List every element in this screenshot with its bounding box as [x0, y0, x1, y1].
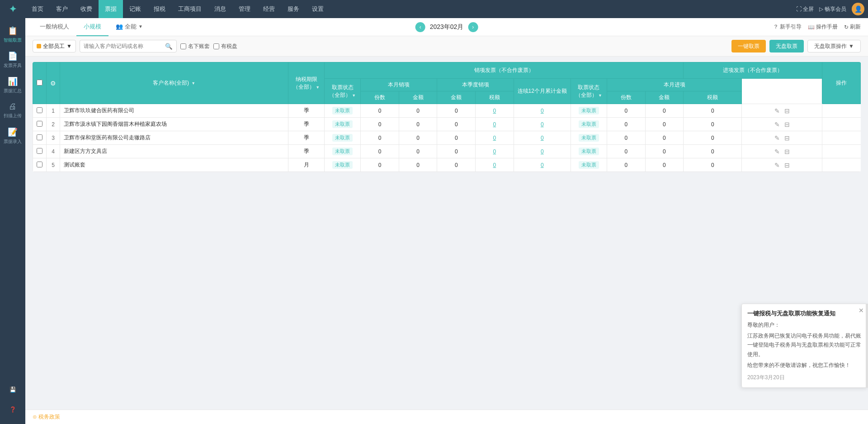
sale-month-count-1: 0	[361, 118, 399, 131]
tab-general-taxpayer[interactable]: 一般纳税人	[33, 18, 76, 36]
purchase-month-tax-2: 0	[684, 131, 742, 145]
no-disk-ops-btn[interactable]: 无盘取票操作 ▼	[807, 40, 861, 52]
notification-close-btn[interactable]: ✕	[859, 307, 864, 314]
sale-quarter-header: 本季度销项	[437, 79, 514, 91]
sidebar-download-btn[interactable]: 💾	[4, 381, 22, 399]
issue-invoice-icon: 📄	[8, 51, 18, 61]
current-date: 2023年02月	[430, 23, 464, 31]
more-icon-1[interactable]: ⊟	[784, 121, 790, 128]
more-icon-4[interactable]: ⊟	[784, 162, 790, 169]
bottom-bar: ⊙ 税务政策	[25, 410, 868, 424]
sidebar-item-issue-invoice[interactable]: 📄 发票开具	[0, 47, 25, 72]
purchase-month-count-2: 0	[607, 131, 645, 145]
action-cell-3: ✎ ⊟	[742, 145, 822, 158]
sale-quarter-tax-3: 0	[476, 145, 514, 158]
row-checkbox-0[interactable]	[37, 107, 42, 113]
my-accounts-checkbox[interactable]	[180, 43, 186, 49]
sale-quarter-amount-1: 0	[437, 118, 476, 131]
nav-service[interactable]: 服务	[281, 0, 306, 18]
no-disk-fetch-btn[interactable]: 无盘取票	[769, 40, 804, 52]
more-icon-2[interactable]: ⊟	[784, 134, 790, 142]
search-input[interactable]	[80, 43, 161, 49]
member-btn[interactable]: ▷ 畅享会员	[819, 5, 846, 13]
sale-month-amount-3: 0	[399, 145, 437, 158]
nav-message[interactable]: 消息	[208, 0, 232, 18]
tab-all-capable[interactable]: 👥 全能 ▼	[108, 18, 150, 36]
edit-icon-2[interactable]: ✎	[774, 134, 780, 142]
sidebar-item-invoice-entry[interactable]: 📝 票据录入	[0, 123, 25, 148]
purchase-status-4: 未取票	[571, 158, 607, 172]
purchase-status-1: 未取票	[571, 118, 607, 131]
sale-month-amount-4: 0	[399, 158, 437, 172]
prev-month-btn[interactable]: ‹	[415, 22, 425, 32]
purchase-status-filter-icon[interactable]: ▼	[598, 93, 602, 98]
search-button[interactable]: 🔍	[161, 40, 176, 52]
tax-period-3: 季	[288, 145, 325, 158]
more-icon-3[interactable]: ⊟	[784, 148, 790, 155]
my-accounts-checkbox-label[interactable]: 名下账套	[180, 43, 210, 50]
edit-icon-0[interactable]: ✎	[774, 107, 780, 114]
fullscreen-btn[interactable]: ⛶ 全屏	[796, 5, 814, 13]
user-avatar[interactable]: 👤	[852, 3, 864, 15]
purchase-month-amount-3: 0	[645, 145, 684, 158]
more-icon-0[interactable]: ⊟	[784, 107, 790, 114]
next-month-btn[interactable]: ›	[468, 22, 478, 32]
edit-icon-3[interactable]: ✎	[774, 148, 780, 155]
tab-small-scale[interactable]: 小规模	[76, 18, 108, 36]
sidebar-item-scan-upload[interactable]: 🖨 扫描上传	[0, 98, 25, 123]
nav-business[interactable]: 工商项目	[172, 0, 208, 18]
action-cell-4: ✎ ⊟	[742, 158, 822, 172]
nav-customer[interactable]: 客户	[50, 0, 74, 18]
guide-btn[interactable]: ？ 新手引导	[773, 23, 802, 31]
nav-manage[interactable]: 管理	[232, 0, 257, 18]
sale-quarter-tax-1: 0	[476, 118, 514, 131]
nav-fees[interactable]: 收费	[74, 0, 99, 18]
notification-greeting: 尊敬的用户：	[747, 320, 862, 329]
one-key-fetch-btn[interactable]: 一键取票	[731, 40, 766, 52]
nav-tax[interactable]: 报税	[147, 0, 172, 18]
nav-accounting[interactable]: 记账	[123, 0, 147, 18]
employee-select[interactable]: 全部员工 ▼	[33, 40, 76, 52]
sidebar-item-issue-invoice-label: 发票开具	[4, 62, 22, 69]
nav-settings[interactable]: 设置	[306, 0, 330, 18]
row-checkbox-cell	[33, 145, 47, 158]
nav-items: 首页 客户 收费 票据 记账 报税 工商项目 消息 管理 经营 服务 设置	[25, 0, 796, 18]
sidebar-item-invoice-summary[interactable]: 📊 票据汇总	[0, 72, 25, 98]
sidebar-help-btn[interactable]: ❓	[4, 400, 22, 419]
customer-filter-icon[interactable]: ▼	[191, 81, 195, 86]
sale-quarter-amount-4: 0	[437, 158, 476, 172]
has-tax-disk-checkbox[interactable]	[213, 43, 219, 49]
refresh-btn[interactable]: ↻ 刷新	[844, 23, 861, 31]
row-checkbox-4[interactable]	[37, 162, 42, 167]
nav-operate[interactable]: 经营	[257, 0, 281, 18]
tax-period-filter-icon[interactable]: ▼	[316, 85, 320, 90]
row-checkbox-3[interactable]	[37, 148, 42, 154]
select-all-checkbox[interactable]	[37, 80, 42, 86]
row-checkbox-1[interactable]	[37, 121, 42, 127]
sale-12month-header: 连续12个月累计金额	[514, 79, 571, 104]
row-checkbox-cell	[33, 131, 47, 145]
edit-icon-1[interactable]: ✎	[774, 121, 780, 128]
nav-invoice[interactable]: 票据	[99, 0, 123, 18]
action-header: 操作	[822, 62, 861, 104]
purchase-month-tax-0: 0	[684, 104, 742, 118]
edit-icon-4[interactable]: ✎	[774, 162, 780, 169]
sale-status-filter-icon[interactable]: ▼	[352, 93, 356, 98]
action-cell-0: ✎ ⊟	[742, 104, 822, 118]
action-cell-1: ✎ ⊟	[742, 118, 822, 131]
purchase-month-count-4: 0	[607, 158, 645, 172]
invoice-summary-icon: 📊	[8, 76, 18, 86]
notification-scrollbar[interactable]	[866, 304, 868, 387]
sidebar-item-smart-invoice[interactable]: 📋 智能取票	[0, 22, 25, 47]
tax-policy-link[interactable]: ⊙ 税务政策	[33, 413, 60, 421]
row-checkbox-cell	[33, 104, 47, 118]
manual-btn[interactable]: 📖 操作手册	[808, 23, 838, 31]
table-settings-icon[interactable]: ⚙	[50, 80, 56, 87]
tax-period-1: 季	[288, 118, 325, 131]
purchase-month-amount-1: 0	[645, 118, 684, 131]
row-checkbox-2[interactable]	[37, 134, 42, 140]
nav-home[interactable]: 首页	[25, 0, 50, 18]
table-row: 4 新建区方方文具店 季 未取票 0 0 0 0 0 未取票 0 0 0 ✎ ⊟	[33, 145, 861, 158]
purchase-month-tax-3: 0	[684, 145, 742, 158]
has-tax-disk-checkbox-label[interactable]: 有税盘	[213, 43, 237, 50]
